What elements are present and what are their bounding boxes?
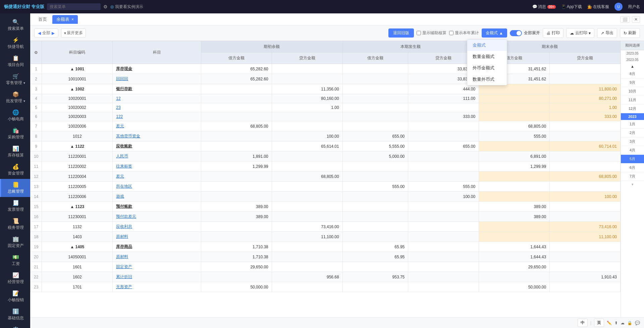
app-download-btn[interactable]: 📱 App下载 [561, 4, 582, 10]
period-month-10[interactable]: 10月 [621, 87, 644, 96]
mode-option-qty-foreign[interactable]: 数量外币式 [467, 74, 507, 85]
sidebar-item-finance[interactable]: 💰 资金管理 [0, 161, 30, 179]
sidebar-item-project[interactable]: 📋 项目合同 [0, 52, 30, 70]
table-row-curr_credit-18 [408, 232, 479, 242]
tab-close-window-btn[interactable]: ✕ [632, 16, 640, 23]
table-row-cl_credit-5: 1.00 [550, 103, 621, 112]
sidebar-item-search[interactable]: 🔍 搜索菜单 [0, 16, 30, 34]
table-row-curr_credit-11 [408, 161, 479, 172]
sidebar-item-assets[interactable]: 🏢 固定资产 [0, 233, 30, 251]
search-input[interactable] [47, 3, 101, 10]
table-row-cl_debit-21: 29,650.00 [479, 262, 550, 272]
cloud-icon[interactable]: ☁ [621, 321, 625, 325]
sidebar-item-basic[interactable]: ℹ️ 基础信息 [0, 306, 30, 324]
show-subsidiary-check[interactable]: 显示辅助核算 [417, 30, 446, 36]
user-avatar[interactable]: U [614, 3, 623, 11]
sidebar-item-system[interactable]: ⚙️ 系统管理 [0, 324, 30, 328]
sidebar-item-inventory[interactable]: 📊 库存核算 [0, 143, 30, 161]
mode-option-amount[interactable]: 金额式 [467, 40, 507, 51]
table-row-op_debit-13 [201, 182, 272, 192]
period-month-12[interactable]: 12月 [621, 105, 644, 113]
tab-home[interactable]: 首页 [34, 15, 51, 24]
period-month-9[interactable]: 9月 [621, 78, 644, 87]
sidebar-item-operations[interactable]: 📈 经营管理 [0, 269, 30, 287]
system-icon: ⚙️ [2, 326, 29, 328]
return-old-btn[interactable]: 退回旧版 [388, 28, 414, 38]
table-row-op_credit-2 [272, 74, 342, 84]
export-btn[interactable]: ↗ 导出 [597, 28, 617, 38]
sidebar-item-payroll[interactable]: 💵 工资 [0, 251, 30, 269]
lang-zh-btn[interactable]: 中 [578, 319, 588, 327]
online-service-btn[interactable]: 💁 在线客服 [587, 4, 609, 10]
sidebar-item-ledger[interactable]: 📒 总账管理 [0, 179, 30, 197]
lock-icon[interactable]: 🔒 [627, 321, 632, 325]
sidebar-item-invoice[interactable]: 🧾 发票管理 [0, 197, 30, 215]
sidebar-item-tax[interactable]: 📜 税务管理 [0, 215, 30, 233]
edit-icon[interactable]: ✏️ [607, 321, 612, 325]
mode-option-foreign-amount[interactable]: 外币金额式 [467, 62, 507, 74]
chat-icon[interactable]: 💬 [635, 321, 640, 325]
period-month-6[interactable]: 6月 [621, 163, 644, 172]
table-row-op_credit-3: 11,356.00 [272, 84, 342, 94]
table-row-code-7: 10020006 [42, 121, 113, 131]
period-month-8[interactable]: 8月 [621, 70, 644, 78]
period-nav-down[interactable]: ▾ [621, 181, 644, 188]
table-row-code-15: ▲ 1123 [42, 202, 113, 212]
sidebar-item-quick-nav[interactable]: ⚡ 快捷导航 [0, 34, 30, 52]
toggle-control[interactable] [510, 30, 522, 36]
main-layout: 🔍 搜索菜单 ⚡ 快捷导航 📋 项目合同 🛒 零售管理 ▾ 📦 批发管理 ▾ 🌐… [0, 13, 644, 328]
sidebar-item-ecommerce[interactable]: 🌐 小畅电商 [0, 107, 30, 125]
period-month-1[interactable]: 1月 [621, 120, 644, 129]
period-month-11[interactable]: 11月 [621, 96, 644, 105]
full-expand-toggle[interactable]: 全部展开 [510, 30, 540, 36]
mode-dropdown-menu: 金额式 数量金额式 外币金额式 数量外币式 [467, 39, 507, 85]
tab-close-btn[interactable]: × [71, 17, 74, 22]
filter-all-btn[interactable]: ◀ 全部 ▶ [34, 28, 58, 38]
period-month-3[interactable]: 3月 [621, 137, 644, 146]
table-row-op_credit-5: 1.00 [272, 103, 342, 112]
period-nav-up[interactable]: ▲ [621, 63, 644, 70]
th-op-credit: 贷方金额 [272, 53, 342, 64]
table-row-curr_credit-23 [408, 282, 479, 292]
table-row-op_debit-21: 29,650.00 [201, 262, 272, 272]
full-expand-label: 全部展开 [524, 30, 540, 36]
toolbar-right: 退回旧版 显示辅助核算 显示本年累计 金额式 ▲ [388, 28, 640, 38]
sidebar-item-wholesale[interactable]: 📦 批发管理 ▾ [0, 88, 30, 107]
retail-icon: 🛒 [2, 73, 29, 79]
print-btn[interactable]: 🖨 打印 [543, 28, 564, 38]
lang-en-btn[interactable]: 英 [594, 319, 604, 327]
mode-option-qty-amount[interactable]: 数量金额式 [467, 51, 507, 62]
table-row-curr_debit-7 [342, 121, 408, 131]
message-btn[interactable]: 💬 消息 99+ [532, 4, 556, 10]
upload-icon[interactable]: ⬆ [614, 321, 618, 325]
yearly-checkbox[interactable] [449, 31, 453, 35]
sidebar-item-retail[interactable]: 🛒 零售管理 ▾ [0, 70, 30, 88]
demo-link[interactable]: ◎ 我要看实例演示 [110, 4, 143, 10]
period-month-5[interactable]: 5月 [621, 155, 644, 163]
subsidiary-checkbox[interactable] [417, 31, 421, 35]
table-row-curr_debit-11 [342, 161, 408, 172]
table-row-curr_credit-4: 111.00 [408, 94, 479, 103]
period-panel: 期间选择 2023.05 2023.05 ▲ 8月 9月 10月 11月 12月… [621, 41, 644, 317]
table-row-curr_debit-16 [342, 212, 408, 222]
th-settings[interactable]: ⚙ [31, 41, 42, 64]
finance-icon: 💰 [2, 163, 29, 170]
mode-dropdown-btn[interactable]: 金额式 ▲ [482, 28, 507, 38]
sidebar-label-search: 搜索菜单 [8, 26, 24, 31]
show-yearly-check[interactable]: 显示本年累计 [449, 30, 479, 36]
period-month-2[interactable]: 2月 [621, 129, 644, 137]
tab-restore-btn[interactable]: ⬜ [620, 16, 630, 23]
refresh-btn[interactable]: ↻ 刷新 [620, 28, 640, 38]
settings-icon[interactable]: ⚙ [103, 4, 108, 9]
cloud-print-btn[interactable]: ☁ 云打印 ▾ [566, 28, 594, 38]
filter-right-arrow[interactable]: ▶ [52, 31, 55, 36]
settings-icon[interactable]: ⚙ [34, 50, 38, 55]
period-year-2023[interactable]: 2023 [621, 113, 644, 120]
period-month-4[interactable]: 4月 [621, 146, 644, 155]
sidebar-item-purchase[interactable]: 🛍️ 采购管理 [0, 125, 30, 143]
table-row-curr_credit-7 [408, 121, 479, 131]
period-month-7[interactable]: 7月 [621, 172, 644, 181]
tab-balance[interactable]: 余额表 × [52, 15, 78, 24]
sidebar-item-reports[interactable]: 📝 小畅报销 [0, 287, 30, 306]
expand-more-btn[interactable]: ▾ 展开更多 [61, 28, 86, 38]
